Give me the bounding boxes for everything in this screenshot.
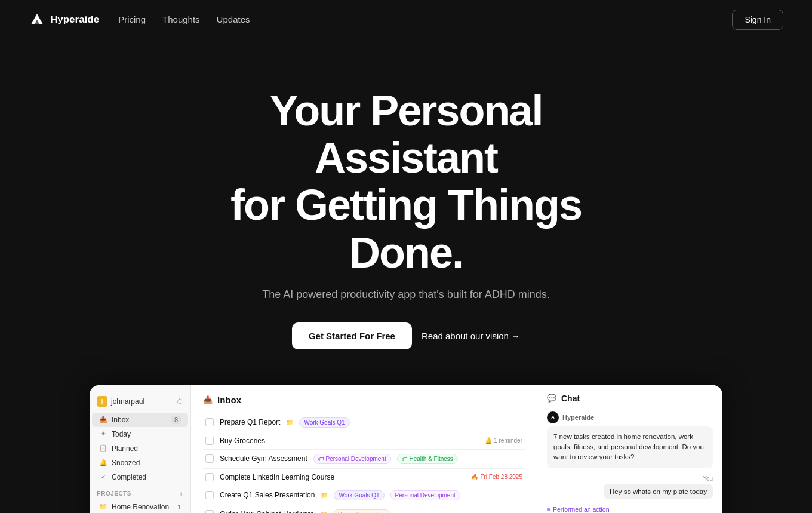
folder-icon: 📁 xyxy=(286,419,293,426)
hero-buttons: Get Started For Free Read about our visi… xyxy=(12,322,800,349)
chat-action-1: Performed an action xyxy=(547,504,713,514)
today-icon: ☀ xyxy=(99,430,107,438)
user-avatar: j xyxy=(97,396,107,407)
sidebar-snoozed-label: Snoozed xyxy=(112,459,140,467)
sidebar-item-completed[interactable]: ✓ Completed xyxy=(92,470,188,484)
sidebar-item-snoozed[interactable]: 🔔 Snoozed xyxy=(92,456,188,470)
task-name: Buy Groceries xyxy=(220,437,265,445)
hero-headline-line2: for Getting Things Done. xyxy=(230,181,582,276)
sidebar-settings-icon[interactable]: ⏱ xyxy=(177,398,183,405)
task-name: Create Q1 Sales Presentation xyxy=(220,491,315,499)
inbox-title: Inbox xyxy=(217,395,241,405)
user-chat-bubble: Hey so whats on my plate today xyxy=(604,484,713,499)
task-reminder: 🔔 1 reminder xyxy=(485,437,522,444)
ai-chat-bubble: 7 new tasks created in home renovation, … xyxy=(547,426,713,468)
task-row[interactable]: Buy Groceries 🔔 1 reminder xyxy=(203,432,525,450)
task-row[interactable]: Create Q1 Sales Presentation 📁 Work Goal… xyxy=(203,486,525,505)
task-checkbox[interactable] xyxy=(205,437,214,445)
ai-sender-label: Hyperaide xyxy=(562,414,594,421)
sidebar-item-inbox[interactable]: 📥 Inbox 8 xyxy=(92,413,188,427)
sidebar-today-label: Today xyxy=(112,430,131,438)
chat-header: 💬 Chat xyxy=(547,394,713,403)
chat-title: Chat xyxy=(561,394,580,403)
app-preview: j johnarpaul ⏱ 📥 Inbox 8 ☀ Today xyxy=(90,385,722,513)
sidebar-username: johnarpaul xyxy=(111,397,144,406)
task-row[interactable]: Order New Cabinet Hardware 📁 Home Renova… xyxy=(203,505,525,513)
task-name: Complete LinkedIn Learning Course xyxy=(220,473,334,481)
sidebar-item-home-renovation[interactable]: 📁 Home Renovation 1 xyxy=(92,500,188,513)
user-sender-label: You xyxy=(547,475,713,482)
inbox-badge: 8 xyxy=(171,416,181,424)
sidebar-item-planned[interactable]: 📋 Planned xyxy=(92,441,188,456)
navbar: Hyperaide Pricing Thoughts Updates Sign … xyxy=(0,0,812,39)
logo-icon xyxy=(29,11,45,28)
task-tag-work: Work Goals Q1 xyxy=(299,417,349,428)
task-checkbox[interactable] xyxy=(205,510,214,513)
nav-links: Pricing Thoughts Updates xyxy=(118,14,732,25)
task-checkbox[interactable] xyxy=(205,454,214,463)
chat-message-user: You Hey so whats on my plate today xyxy=(547,475,713,499)
inbox-header: 📥 Inbox xyxy=(203,395,525,405)
task-checkbox[interactable] xyxy=(205,418,214,426)
task-name: Schedule Gym Assessment xyxy=(220,454,307,463)
sidebar-inbox-label: Inbox xyxy=(112,416,129,424)
action-dot xyxy=(547,508,550,511)
task-checkbox[interactable] xyxy=(205,491,214,499)
task-row[interactable]: Complete LinkedIn Learning Course 🔥 Fri … xyxy=(203,469,525,486)
sign-in-button[interactable]: Sign In xyxy=(732,10,783,30)
inbox-panel: 📥 Inbox Prepare Q1 Report 📁 Work Goals Q… xyxy=(191,385,537,513)
task-tag-personal: 🏷 Personal Development xyxy=(313,454,391,464)
sidebar-home-renovation-label: Home Renovation xyxy=(112,503,169,511)
sidebar: j johnarpaul ⏱ 📥 Inbox 8 ☀ Today xyxy=(90,385,191,513)
nav-pricing[interactable]: Pricing xyxy=(118,14,146,24)
hero-section: Your Personal Assistant for Getting Thin… xyxy=(0,39,812,385)
inbox-header-icon: 📥 xyxy=(203,395,213,404)
hero-headline-line1: Your Personal Assistant xyxy=(270,87,543,182)
snoozed-icon: 🔔 xyxy=(99,459,107,467)
task-checkbox[interactable] xyxy=(205,473,214,481)
app-preview-wrapper: j johnarpaul ⏱ 📥 Inbox 8 ☀ Today xyxy=(0,385,812,513)
planned-icon: 📋 xyxy=(99,444,107,453)
task-tag-work: Work Goals Q1 xyxy=(334,490,384,500)
task-tag-home: Home Renovation xyxy=(333,509,390,513)
task-name: Order New Cabinet Hardware xyxy=(220,510,314,513)
nav-thoughts[interactable]: Thoughts xyxy=(162,14,200,24)
projects-section-header: Projects + xyxy=(90,484,190,500)
completed-icon: ✓ xyxy=(99,473,107,481)
task-tag-personal: Personal Development xyxy=(390,490,460,500)
sidebar-item-today[interactable]: ☀ Today xyxy=(92,427,188,441)
chat-panel: 💬 Chat A Hyperaide 7 new tasks created i… xyxy=(537,385,722,513)
hero-subtext: The AI powered productivity app that's b… xyxy=(12,288,800,301)
hero-headline: Your Personal Assistant for Getting Thin… xyxy=(182,87,630,277)
chat-message-ai-1: A Hyperaide 7 new tasks created in home … xyxy=(547,411,713,468)
task-name: Prepare Q1 Report xyxy=(220,418,280,426)
nav-updates[interactable]: Updates xyxy=(217,14,250,24)
task-row[interactable]: Prepare Q1 Report 📁 Work Goals Q1 xyxy=(203,413,525,432)
sidebar-planned-label: Planned xyxy=(112,444,138,453)
sidebar-completed-label: Completed xyxy=(112,473,146,481)
chat-icon: 💬 xyxy=(547,394,556,403)
sidebar-user: j johnarpaul ⏱ xyxy=(90,392,190,413)
task-due-date: 🔥 Fri Feb 28 2025 xyxy=(471,474,522,480)
inbox-icon: 📥 xyxy=(99,416,107,424)
ai-avatar: A xyxy=(547,411,559,423)
logo-text: Hyperaide xyxy=(50,14,99,26)
projects-add-icon[interactable]: + xyxy=(179,490,183,497)
task-tag-health: 🏷 Health & Fitness xyxy=(397,454,458,464)
home-folder-icon: 📁 xyxy=(99,503,107,511)
task-row[interactable]: Schedule Gym Assessment 🏷 Personal Devel… xyxy=(203,450,525,469)
folder-icon: 📁 xyxy=(321,492,328,499)
cta-secondary-button[interactable]: Read about our vision → xyxy=(422,331,520,341)
nav-logo[interactable]: Hyperaide xyxy=(29,11,99,28)
home-renovation-count: 1 xyxy=(177,503,181,511)
cta-primary-button[interactable]: Get Started For Free xyxy=(292,322,412,349)
